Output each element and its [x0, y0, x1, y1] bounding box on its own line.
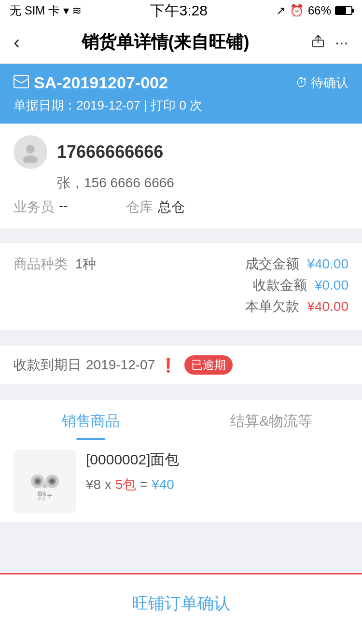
- signal-icon: ↗: [276, 4, 286, 17]
- avatar: [14, 135, 47, 169]
- owed-value: ¥40.00: [307, 299, 348, 314]
- order-id: SA-20191207-002: [14, 73, 168, 92]
- warehouse-value: 总仓: [158, 198, 185, 216]
- svg-point-9: [36, 479, 40, 483]
- product-section: 野+ [0000002]面包 ¥8 x 5包 = ¥40: [0, 440, 362, 522]
- amount-label: 成交金额: [245, 255, 299, 273]
- product-type-value: 1种: [75, 256, 97, 271]
- divider-2: [0, 338, 362, 346]
- status-text: 待确认: [311, 74, 348, 91]
- tab-settlement[interactable]: 结算&物流等: [181, 400, 362, 440]
- divider-1: [0, 236, 362, 243]
- price-formula: ¥8 x: [86, 477, 115, 492]
- tabs: 销售商品 结算&物流等: [0, 400, 362, 440]
- no-sim-label: 无 SIM 卡 ▾ ≋: [10, 3, 82, 18]
- confirm-button-wrapper: 旺铺订单确认: [0, 573, 362, 644]
- equals: =: [136, 477, 152, 492]
- sales-value: --: [59, 198, 68, 216]
- order-header: SA-20191207-002 ⏱ 待确认 单据日期：2019-12-07 | …: [0, 64, 362, 124]
- battery-icon: [335, 6, 352, 15]
- overdue-badge: 已逾期: [184, 355, 233, 375]
- amount-value: ¥40.00: [307, 256, 348, 272]
- share-button[interactable]: [311, 33, 325, 52]
- stats-section: 商品种类 1种 成交金额 ¥40.00 收款金额 ¥0.00 本单欠款 ¥40.…: [0, 243, 362, 330]
- order-id-text: SA-20191207-002: [34, 73, 168, 92]
- customer-section: 17666666666 张，156 6666 6666 业务员 -- 仓库 总仓: [0, 124, 362, 228]
- quantity: 5包: [115, 477, 137, 492]
- alarm-icon: ⏰: [290, 4, 304, 17]
- svg-rect-2: [14, 75, 28, 88]
- tab-sales-products[interactable]: 销售商品: [0, 400, 181, 440]
- svg-point-4: [23, 155, 38, 163]
- due-date: 2019-12-07: [86, 357, 155, 373]
- battery-label: 66%: [308, 4, 331, 17]
- warning-icon: ❗: [160, 357, 177, 373]
- product-logo: 野+: [37, 490, 53, 503]
- clock-icon: ⏱: [295, 75, 308, 90]
- inbox-icon: [14, 73, 29, 92]
- order-date: 单据日期：2019-12-07 | 打印 0 次: [14, 97, 348, 114]
- owed-label: 本单欠款: [245, 297, 299, 316]
- customer-phone: 17666666666: [57, 142, 163, 162]
- divider-3: [0, 392, 362, 400]
- product-name: [0000002]面包: [86, 450, 348, 470]
- customer-name: 张，156 6666 6666: [14, 174, 348, 192]
- status-time: 下午3:28: [150, 1, 207, 21]
- status-bar: 无 SIM 卡 ▾ ≋ 下午3:28 ↗ ⏰ 66%: [0, 0, 362, 21]
- product-type-label: 商品种类: [14, 256, 68, 271]
- warehouse-label: 仓库: [126, 198, 153, 216]
- total: ¥40: [152, 477, 174, 492]
- back-button[interactable]: ‹: [14, 31, 20, 53]
- sales-label: 业务员: [14, 198, 54, 216]
- received-label: 收款金额: [253, 276, 307, 294]
- order-status: ⏱ 待确认: [295, 74, 348, 91]
- received-value: ¥0.00: [315, 278, 348, 293]
- more-button[interactable]: ···: [335, 33, 348, 52]
- confirm-order-button[interactable]: 旺铺订单确认: [14, 582, 348, 625]
- due-date-label: 收款到期日: [14, 356, 81, 374]
- status-left: 无 SIM 卡 ▾ ≋: [10, 3, 82, 18]
- customer-meta: 业务员 -- 仓库 总仓: [14, 198, 348, 216]
- product-info: [0000002]面包 ¥8 x 5包 = ¥40: [86, 450, 348, 494]
- product-price: ¥8 x 5包 = ¥40: [86, 476, 348, 494]
- product-image: 野+: [14, 450, 76, 513]
- nav-left: ‹: [14, 31, 20, 53]
- svg-point-10: [50, 479, 54, 483]
- overdue-section: 收款到期日 2019-12-07 ❗ 已逾期: [0, 346, 362, 384]
- nav-bar: ‹ 销货单详情(来自旺铺) ···: [0, 21, 362, 64]
- svg-point-3: [26, 145, 35, 154]
- status-right: ↗ ⏰ 66%: [276, 4, 352, 17]
- page-title: 销货单详情(来自旺铺): [82, 30, 250, 54]
- nav-right: ···: [311, 33, 348, 52]
